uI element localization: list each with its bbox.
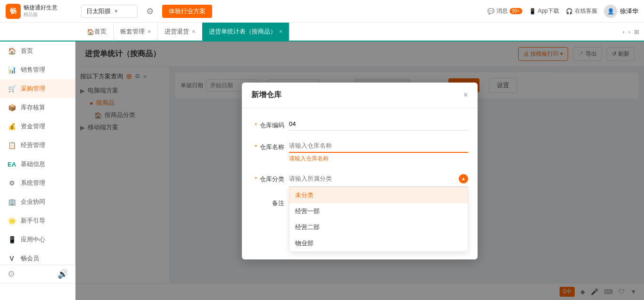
username: 徐泽华 [620, 7, 638, 16]
avatar: 👤 [604, 5, 617, 18]
sidebar-footer: ⚙ 🔊 [0, 265, 75, 283]
home-icon: 🏠 [87, 28, 94, 35]
headset-icon: 🎧 [566, 8, 573, 15]
tab-accounts-close[interactable]: × [148, 28, 151, 35]
message-badge: 99+ [510, 8, 522, 14]
tab-purchase-return[interactable]: 进货退货 × [158, 22, 202, 41]
tab-purchase-stats[interactable]: 进货单统计表（按商品） × [202, 22, 289, 41]
code-input[interactable] [289, 117, 468, 131]
settings-icon[interactable]: ⚙ [142, 4, 157, 19]
dropdown-item-uncategorized[interactable]: 未分类 [289, 187, 468, 203]
vip-icon: V [8, 254, 16, 263]
logo-icon: 畅 [6, 4, 21, 19]
form-row-name: * 仓库名称 请输入仓库名称 [251, 139, 468, 163]
tab-expand-icon[interactable]: ⊞ [634, 28, 639, 35]
form-control-code [289, 117, 468, 131]
tab-nav-next[interactable]: › [628, 28, 630, 35]
user-area[interactable]: 👤 徐泽华 [604, 5, 638, 18]
tab-home[interactable]: 🏠 首页 [80, 22, 114, 41]
form-label-name: * 仓库名称 [251, 139, 289, 151]
dropdown-item-dept2[interactable]: 经营二部 [289, 219, 468, 235]
category-dropdown-btn[interactable]: ▲ [459, 174, 468, 183]
topbar: 畅 畅捷通好生意 精品版 日太阳膜 ▾ ⚙ 体验行业方案 💬 消息 99+ 📱 … [0, 0, 644, 23]
modal-body: * 仓库编码 * 仓库名称 [242, 108, 478, 230]
sidebar-item-enterprise-label: 企业协同 [21, 198, 45, 206]
code-label-text: 仓库编码 [260, 122, 284, 129]
tab-accounts[interactable]: 账套管理 × [114, 22, 158, 41]
sidebar-item-basic-info-label: 基础信息 [21, 160, 45, 168]
logo-area: 畅 畅捷通好生意 精品版 [6, 4, 76, 19]
topbar-actions: 💬 消息 99+ 📱 App下载 🎧 在线客服 👤 徐泽华 [487, 5, 638, 18]
modal-close-btn[interactable]: × [463, 90, 468, 100]
inventory-icon: 📦 [8, 103, 16, 112]
required-star-name: * [255, 143, 257, 150]
system-icon: ⚙ [8, 179, 16, 187]
name-error-msg: 请输入仓库名称 [289, 155, 468, 163]
tab-purchase-stats-close[interactable]: × [279, 28, 282, 35]
tabbar-actions: ‹ › ⊞ [622, 28, 644, 35]
phone-icon: 📱 [529, 8, 536, 15]
category-label-text: 仓库分类 [260, 175, 284, 183]
sidebar-item-app-center[interactable]: 📱 应用中心 [0, 230, 75, 249]
store-selector[interactable]: 日太阳膜 ▾ [81, 5, 138, 18]
home-icon: 🏠 [8, 47, 16, 55]
app-label: App下载 [538, 7, 559, 15]
sidebar-item-inventory[interactable]: 📦 库存核算 [0, 98, 75, 117]
sidebar-item-guide[interactable]: 🌟 新手引导 [0, 211, 75, 230]
sidebar-item-home[interactable]: 🏠 首页 [0, 42, 75, 60]
sidebar-item-sales[interactable]: 📊 销售管理 [0, 60, 75, 79]
purchase-icon: 🛒 [8, 84, 16, 93]
sidebar-item-enterprise[interactable]: 🏢 企业协同 [0, 192, 75, 211]
tab-purchase-stats-label: 进货单统计表（按商品） [209, 27, 276, 36]
dropdown-item-property[interactable]: 物业部 [289, 235, 468, 251]
tab-home-label: 首页 [94, 27, 107, 36]
content: 进货单统计（按商品） 🖨 按模板打印 ▾ ↗ 导出 ↺ 刷新 [75, 42, 644, 300]
sidebar-item-finance[interactable]: 💰 资金管理 [0, 117, 75, 136]
tabbar: 🏠 首页 账套管理 × 进货退货 × 进货单统计表（按商品） × ‹ › ⊞ [0, 23, 644, 42]
form-row-code: * 仓库编码 [251, 117, 468, 131]
sidebar-item-home-label: 首页 [21, 47, 33, 55]
sidebar-item-system[interactable]: ⚙ 系统管理 [0, 174, 75, 192]
tab-purchase-return-label: 进货退货 [165, 27, 189, 36]
category-select-wrap[interactable]: ▲ [289, 171, 468, 187]
dropdown-arrow-icon: ▾ [115, 8, 118, 15]
logo-sub: 精品版 [24, 11, 58, 18]
settings-bottom-icon[interactable]: ⚙ [8, 269, 15, 279]
service-btn[interactable]: 🎧 在线客服 [566, 7, 597, 15]
service-label: 在线客服 [575, 7, 597, 15]
name-input[interactable] [289, 139, 468, 153]
category-input[interactable] [289, 175, 459, 182]
add-warehouse-modal: 新增仓库 × * 仓库编码 [242, 83, 478, 259]
tab-purchase-return-close[interactable]: × [192, 28, 195, 35]
basic-info-icon: EA [8, 160, 16, 168]
logo-text: 畅捷通好生意 [24, 4, 58, 12]
form-label-code: * 仓库编码 [251, 117, 289, 130]
sidebar-item-basic-info[interactable]: EA 基础信息 [0, 155, 75, 174]
modal-overlay: 新增仓库 × * 仓库编码 [75, 42, 644, 300]
sidebar-item-operations[interactable]: 📋 经营管理 [0, 136, 75, 155]
operations-icon: 📋 [8, 141, 16, 150]
sidebar-item-operations-label: 经营管理 [21, 141, 45, 150]
message-btn[interactable]: 💬 消息 99+ [487, 7, 522, 15]
modal-title: 新增仓库 [251, 90, 281, 100]
store-name: 日太阳膜 [86, 7, 111, 16]
tab-nav-prev[interactable]: ‹ [622, 28, 624, 35]
sound-icon[interactable]: 🔊 [58, 269, 68, 279]
sidebar-item-purchase[interactable]: 🛒 采购管理 [0, 79, 75, 98]
tab-accounts-label: 账套管理 [120, 27, 145, 36]
enterprise-icon: 🏢 [8, 198, 16, 206]
form-label-note: 备注 [251, 195, 289, 208]
sidebar-item-system-label: 系统管理 [21, 179, 45, 187]
sidebar-item-app-center-label: 应用中心 [21, 235, 45, 244]
sidebar-item-finance-label: 资金管理 [21, 122, 45, 131]
dropdown-item-dept1[interactable]: 经营一部 [289, 203, 468, 219]
message-icon: 💬 [487, 8, 495, 15]
category-dropdown: 未分类 经营一部 经营二部 物业部 [289, 187, 468, 252]
sidebar-item-purchase-label: 采购管理 [21, 84, 45, 93]
experience-btn[interactable]: 体验行业方案 [162, 5, 212, 18]
main-layout: 🏠 首页 📊 销售管理 🛒 采购管理 📦 库存核算 💰 资金管理 📋 经 [0, 42, 644, 300]
form-control-category: ▲ 未分类 经营一部 经营二部 物业部 [289, 171, 468, 187]
form-row-category: * 仓库分类 ▲ 未分类 [251, 171, 468, 187]
name-label-text: 仓库名称 [260, 143, 284, 150]
app-download-btn[interactable]: 📱 App下载 [529, 7, 559, 15]
